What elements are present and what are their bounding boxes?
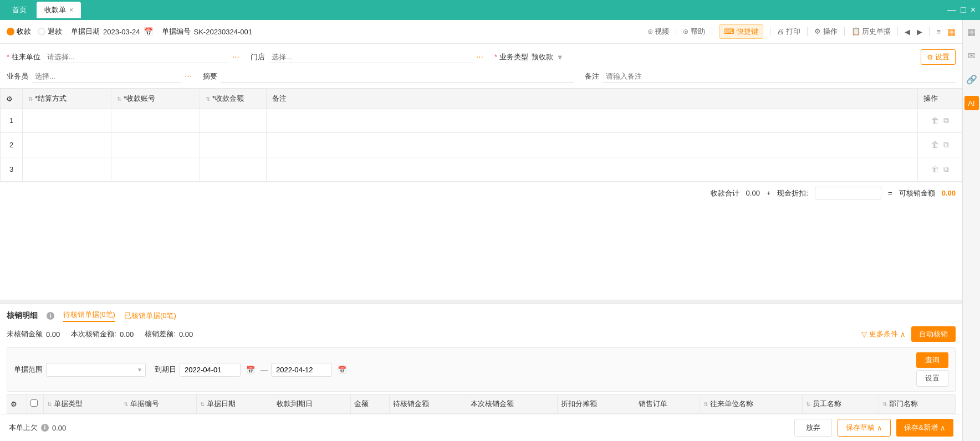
right-sidebar: ▦ ✉ 🔗 AI [962,20,980,441]
nav-prev[interactable]: ◀ [905,28,910,36]
row-1-copy-icon[interactable]: ⧉ [943,116,949,125]
draft-button[interactable]: 保存草稿 ∧ [838,419,891,437]
query-button[interactable]: 查询 [916,352,948,368]
sidebar-camera-icon[interactable]: AI [964,96,979,110]
tab-bar: 首页 收款单 × — □ × [0,0,980,20]
reconcile-section: 核销明细 ℹ 待核销单据(0笔) 已核销单据(0笔) 未核销金额 0.00 本次… [0,304,962,347]
calendar-icon[interactable]: 📅 [144,27,153,36]
bt-col-gear[interactable]: ⚙ [7,394,27,414]
minimize-icon[interactable]: — [947,5,956,15]
filter-settings-btn[interactable]: 设置 [916,370,948,387]
number-value[interactable]: SK-20230324-001 [194,28,253,36]
row-2-account[interactable] [111,133,200,157]
col-header-account: ⇅ *收款账号 [111,89,200,109]
setting-button[interactable]: ⚙ 设置 [921,49,956,65]
date-value[interactable]: 2023-03-24 [103,28,140,36]
more-conditions-btn[interactable]: ▽ 更多条件 ∧ [861,329,906,339]
row-2-op: 🗑 ⧉ [918,133,962,157]
table-gear-icon[interactable]: ⚙ [6,95,13,103]
tab-home[interactable]: 首页 [4,2,34,18]
current-stat: 本次核销金额: 0.00 [71,329,134,339]
list-icon[interactable]: ≡ [936,28,941,36]
summary-input[interactable] [221,70,574,83]
row-3-delete-icon[interactable]: 🗑 [931,165,939,174]
footer: 本单上欠 ℹ 0.00 放弃 保存草稿 ∧ 保存&新增 ∧ [0,414,962,441]
carry-info-icon[interactable]: ℹ [41,424,49,432]
save-button[interactable]: 保存&新增 ∧ [896,419,953,437]
draft-arrow-icon: ∧ [877,424,882,432]
row-3-note[interactable] [267,157,918,182]
current-value: 0.00 [120,330,134,339]
bt-col-employee: ⇅员工名称 [802,394,879,414]
bt-col-salesorder: 销售订单 [635,394,700,414]
tab-close-icon[interactable]: × [69,6,73,14]
row-1-amount[interactable] [200,109,267,133]
discount-input[interactable] [815,187,881,199]
business-type-arrow[interactable]: ▼ [557,53,564,61]
history-btn[interactable]: 📋 历史单据 [851,27,891,37]
salesperson-input[interactable] [32,70,181,83]
maximize-icon[interactable]: □ [961,5,966,15]
counterparty-input[interactable] [44,51,229,63]
discount-label: 现金折扣: [777,188,808,198]
help-btn[interactable]: ⊙ 帮助 [683,27,705,37]
cal-icon-from[interactable]: 📅 [246,366,255,374]
row-3-amount[interactable] [200,157,267,182]
radio-tuikuan[interactable]: 退款 [38,27,62,37]
pending-tab[interactable]: 待核销单据(0笔) [63,310,115,322]
note-input[interactable] [603,70,956,83]
form-area: * 往来单位 ··· 门店 ··· * 业务类型 预收款 [0,44,962,89]
filter-actions: 查询 设置 [916,352,948,387]
footer-actions: 放弃 保存草稿 ∧ 保存&新增 ∧ [794,419,953,437]
sidebar-link-icon[interactable]: 🔗 [964,72,979,87]
close-icon[interactable]: × [971,5,976,15]
nav-next[interactable]: ▶ [917,28,922,36]
current-label: 本次核销金额: [71,329,116,339]
grid-icon[interactable]: ▦ [947,27,956,37]
date-from-input[interactable] [180,363,241,377]
row-2-settle[interactable] [23,133,111,157]
radio-shoukuan[interactable]: 收款 [7,27,31,37]
done-tab[interactable]: 已核销单据(0笔) [124,311,176,321]
operation-btn[interactable]: ⚙ 操作 [814,27,838,37]
tab-active[interactable]: 收款单 × [37,2,81,18]
range-field: 单据范围 [14,363,146,377]
row-1-note[interactable] [267,109,918,133]
store-input[interactable] [268,51,473,63]
top-toolbar: 收款 退款 单据日期 2023-03-24 📅 单据编号 SK-20230324… [0,20,962,44]
row-3-copy-icon[interactable]: ⧉ [943,165,949,174]
row-2-amount[interactable] [200,133,267,157]
auto-reconcile-btn[interactable]: 自动核销 [911,326,956,342]
sidebar-mail-icon[interactable]: ✉ [966,48,977,63]
row-2-note[interactable] [267,133,918,157]
row-2-copy-icon[interactable]: ⧉ [943,140,949,150]
row-2-delete-icon[interactable]: 🗑 [931,140,939,150]
range-select[interactable] [46,363,146,377]
tab-label: 收款单 [44,5,66,15]
shortcut-btn[interactable]: ⌨ 快捷键 [719,24,763,39]
row-3-account[interactable] [111,157,200,182]
row-3-settle[interactable] [23,157,111,182]
video-btn[interactable]: ⊙ 视频 [647,27,670,37]
counterparty-more-btn[interactable]: ··· [232,52,239,62]
row-1-settle[interactable] [23,109,111,133]
date-to-input[interactable] [271,363,332,377]
col-header-note: 备注 [267,89,918,109]
bt-col-current: 本次核销金额 [467,394,558,414]
select-all-checkbox[interactable] [30,399,38,407]
sidebar-table-icon[interactable]: ▦ [965,24,978,39]
print-btn[interactable]: 🖨 打印 [777,27,801,37]
row-1-delete-icon[interactable]: 🗑 [931,116,939,125]
abandon-button[interactable]: 放弃 [794,419,832,437]
save-arrow-icon: ∧ [940,424,946,432]
available-label: 可核销金额 [899,188,935,198]
table-row: 1 🗑 ⧉ [1,109,962,133]
number-label: 单据编号 [162,27,191,37]
col-header-gear[interactable]: ⚙ [1,89,23,109]
row-1-account[interactable] [111,109,200,133]
carry-value: 0.00 [52,424,66,432]
cal-icon-to[interactable]: 📅 [338,366,346,374]
reconcile-info-icon[interactable]: ℹ [47,312,54,320]
salesperson-more-btn[interactable]: ··· [185,71,192,81]
store-more-btn[interactable]: ··· [476,52,483,62]
